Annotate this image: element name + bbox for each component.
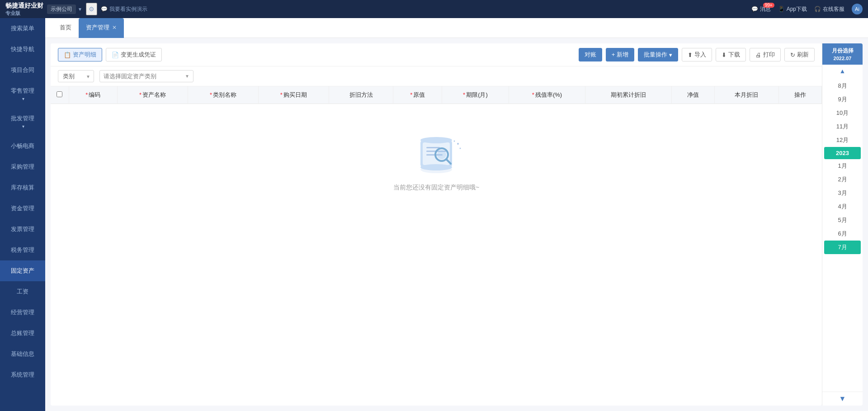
app-download-button[interactable]: 📱 App下载: [778, 5, 807, 13]
sidebar-item-quicknav[interactable]: 快捷导航: [0, 39, 45, 60]
month-item-4[interactable]: 4月: [822, 200, 863, 213]
online-service-button[interactable]: 🎧 在线客服: [814, 5, 844, 13]
month-item-7[interactable]: 7月: [824, 241, 861, 254]
month-item-2[interactable]: 2月: [822, 173, 863, 186]
sub-tabs: 📋 资产明细 📄 变更生成凭证 对账 + 新增 批量操作 ▾: [51, 43, 822, 66]
month-item-12[interactable]: 12月: [822, 133, 863, 147]
content-area: 首页 资产管理 ✕ 📋 资产明细 📄 变更生成凭证: [45, 18, 868, 411]
message-icon: 💬: [751, 6, 758, 12]
download-button[interactable]: ⬇ 下载: [716, 48, 746, 61]
filter-dropdown-arrow[interactable]: ▼: [185, 74, 189, 79]
sidebar-item-purchase[interactable]: 采购管理: [0, 156, 45, 177]
sidebar-item-retail[interactable]: 零售管理 ▾: [0, 80, 45, 108]
month-item-1[interactable]: 1月: [822, 159, 863, 173]
import-label: 导入: [694, 51, 706, 59]
sidebar-item-label: 系统管理: [4, 371, 42, 379]
col-category: *类别名称: [188, 86, 258, 104]
refresh-button[interactable]: ↻ 刷新: [784, 48, 815, 61]
refresh-icon: ↻: [790, 52, 795, 58]
reconcile-button[interactable]: 对账: [579, 48, 602, 61]
app-logo: 畅捷通好业财 专业版: [5, 2, 43, 17]
sub-tab-voucher[interactable]: 📄 变更生成凭证: [106, 48, 162, 61]
main-layout: 搜索菜单 快捷导航 项目合同 零售管理 ▾ 批发管理 ▾ 小畅电商 采购管理 库…: [0, 18, 868, 411]
filter-row: 类别 ▼: [51, 66, 822, 86]
sidebar-item-operation[interactable]: 经营管理: [0, 302, 45, 323]
app-download-icon: 📱: [778, 6, 785, 12]
sidebar-item-label: 小畅电商: [4, 142, 42, 150]
sidebar-item-fund[interactable]: 资金管理: [0, 198, 45, 219]
sub-tab-detail-icon: 📋: [64, 52, 71, 58]
sidebar-item-label: 资金管理: [4, 204, 42, 213]
month-item-8[interactable]: 8月: [822, 79, 863, 93]
import-button[interactable]: ⬆ 导入: [682, 48, 712, 61]
online-service-icon: 🎧: [814, 6, 821, 12]
month-picker-footer: ▼: [822, 392, 863, 406]
sidebar-item-label: 经营管理: [4, 308, 42, 317]
sub-tab-detail-label: 资产明细: [73, 51, 96, 59]
batch-ops-button[interactable]: 批量操作 ▾: [638, 48, 678, 61]
sidebar-item-label: 税务管理: [4, 246, 42, 254]
tab-assets-label: 资产管理: [86, 24, 109, 32]
col-depreciation-method: 折旧方法: [329, 86, 393, 104]
refresh-label: 刷新: [797, 51, 809, 59]
tab-assets-close[interactable]: ✕: [112, 24, 117, 31]
col-code: *编码: [69, 86, 118, 104]
sidebar-item-ledger[interactable]: 总账管理: [0, 323, 45, 344]
empty-state-text: 当前您还没有固定资产明细哦~: [393, 184, 479, 192]
sub-tab-voucher-icon: 📄: [112, 52, 119, 58]
wholesale-arrow: ▾: [22, 124, 24, 129]
month-item-11[interactable]: 11月: [822, 120, 863, 133]
month-item-10[interactable]: 10月: [822, 106, 863, 120]
sidebar-item-search[interactable]: 搜索菜单: [0, 18, 45, 39]
company-name: 示例公司: [47, 5, 76, 14]
svg-point-7: [420, 164, 452, 170]
category-input[interactable]: [104, 71, 185, 82]
sidebar-item-salary[interactable]: 工资: [0, 281, 45, 302]
tab-home[interactable]: 首页: [52, 18, 79, 38]
sidebar-item-tax[interactable]: 税务管理: [0, 240, 45, 260]
month-item-9[interactable]: 9月: [822, 93, 863, 106]
month-item-3[interactable]: 3月: [822, 186, 863, 200]
message-button[interactable]: 💬 消息 99+: [751, 5, 771, 13]
demo-link[interactable]: 💬 我要看实例演示: [101, 5, 147, 13]
sidebar-item-inventory[interactable]: 库存核算: [0, 177, 45, 198]
month-prev-button[interactable]: ▲: [837, 66, 849, 76]
month-next-button[interactable]: ▼: [839, 395, 846, 403]
download-icon: ⬇: [722, 52, 726, 58]
sidebar-item-label: 项目合同: [4, 66, 42, 74]
sidebar-item-project[interactable]: 项目合同: [0, 60, 45, 80]
download-label: 下载: [728, 51, 740, 59]
col-name: *资产名称: [118, 86, 188, 104]
svg-point-6: [420, 137, 452, 143]
sidebar-item-label: 固定资产: [4, 267, 42, 275]
sidebar-item-label: 基础信息: [4, 350, 42, 358]
demo-link-text: 我要看实例演示: [109, 5, 147, 13]
sidebar-item-label: 批发管理: [4, 114, 42, 123]
sidebar-item-wholesale[interactable]: 批发管理 ▾: [0, 108, 45, 136]
batch-ops-arrow: ▾: [669, 52, 672, 58]
col-purchase-date: *购买日期: [258, 86, 329, 104]
sidebar-item-assets[interactable]: 固定资产: [0, 260, 45, 281]
month-item-2023-year: 2023: [824, 147, 861, 159]
select-all-checkbox[interactable]: [57, 91, 62, 97]
sidebar-item-baseinfo[interactable]: 基础信息: [0, 344, 45, 364]
demo-icon: 💬: [101, 6, 108, 12]
month-picker: 月份选择 2022.07 ▲ 8月 9月 10月 11月 12月 2023 1月…: [822, 43, 863, 406]
tab-assets[interactable]: 资产管理 ✕: [79, 18, 124, 38]
category-filter-wrap: 类别: [58, 70, 94, 82]
sub-tab-detail[interactable]: 📋 资产明细: [58, 48, 102, 61]
month-item-6[interactable]: 6月: [822, 227, 863, 241]
category-filter[interactable]: 类别: [58, 70, 94, 82]
print-button[interactable]: 🖨 打印: [750, 48, 781, 61]
settings-button[interactable]: ⚙: [86, 3, 97, 15]
add-button[interactable]: + 新增: [606, 48, 634, 61]
sidebar: 搜索菜单 快捷导航 项目合同 零售管理 ▾ 批发管理 ▾ 小畅电商 采购管理 库…: [0, 18, 45, 411]
sidebar-item-label: 采购管理: [4, 163, 42, 171]
sidebar-item-system[interactable]: 系统管理: [0, 364, 45, 385]
sidebar-item-label: 总账管理: [4, 329, 42, 337]
month-item-5[interactable]: 5月: [822, 213, 863, 227]
user-avatar[interactable]: Ai: [852, 4, 863, 14]
sidebar-item-invoice[interactable]: 发票管理: [0, 219, 45, 240]
sidebar-item-ecommerce[interactable]: 小畅电商: [0, 136, 45, 156]
company-selector[interactable]: 示例公司 ▼: [47, 5, 82, 14]
